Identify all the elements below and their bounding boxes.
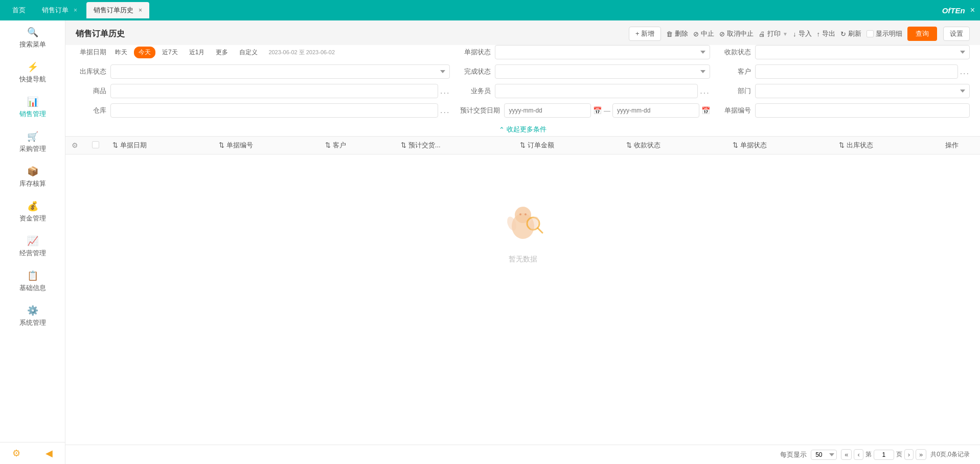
sidebar-collapse-icon[interactable]: ◀ <box>45 448 53 459</box>
import-icon: ↓ <box>793 30 796 38</box>
empty-icon <box>497 195 549 247</box>
calendar-start-icon[interactable]: 📅 <box>593 106 602 115</box>
prev-page-btn[interactable]: ‹ <box>854 449 863 460</box>
print-btn[interactable]: 🖨 打印 ▼ <box>759 29 788 38</box>
warehouse-input[interactable] <box>110 103 438 118</box>
product-input[interactable] <box>110 84 438 98</box>
sidebar-item-inventory[interactable]: 📦 库存核算 <box>0 160 65 194</box>
date-btn-yesterday[interactable]: 昨天 <box>110 47 132 58</box>
tab-home-label: 首页 <box>12 6 26 15</box>
filter-delivery-date: 预计交货日期 📅 — 📅 <box>460 103 710 118</box>
sidebar-item-quick-nav[interactable]: ⚡ 快捷导航 <box>0 55 65 90</box>
customer-input[interactable] <box>755 64 958 79</box>
sidebar-item-finance[interactable]: 💰 资金管理 <box>0 194 65 229</box>
page-size-select[interactable]: 50 20 100 200 <box>811 450 837 460</box>
tab-sales-order-history-close[interactable]: × <box>139 7 142 14</box>
sidebar-item-operation[interactable]: 📈 经营管理 <box>0 229 65 264</box>
page-num-input[interactable] <box>874 450 894 460</box>
date-btn-7days[interactable]: 近7天 <box>157 47 183 58</box>
th-warehouse-status: ⇅ 出库状态 <box>833 137 939 154</box>
warehouse-more-btn[interactable]: ... <box>440 106 450 115</box>
order-status-select[interactable] <box>495 45 710 59</box>
product-more-btn[interactable]: ... <box>440 86 450 96</box>
refresh-btn[interactable]: ↻ 刷新 <box>840 29 861 38</box>
tab-home[interactable]: 首页 <box>5 2 33 18</box>
query-btn[interactable]: 查询 <box>907 27 937 41</box>
date-btn-today[interactable]: 今天 <box>134 47 155 58</box>
next-page-btn[interactable]: › <box>904 449 914 460</box>
order-status-control <box>495 45 710 59</box>
sidebar-item-sales-mgmt[interactable]: 📊 销售管理 <box>0 90 65 125</box>
delivery-date-end[interactable] <box>612 103 699 118</box>
refresh-icon: ↻ <box>840 30 846 38</box>
total-info: 共0页,0条记录 <box>930 450 970 459</box>
complete-status-control <box>495 64 710 79</box>
filter-row-3: 商品 ... 业务员 ... 部门 <box>76 84 970 98</box>
payment-status-select[interactable] <box>755 45 970 59</box>
import-btn[interactable]: ↓ 导入 <box>793 29 812 38</box>
new-label: + 新增 <box>635 29 654 38</box>
product-label: 商品 <box>76 86 106 96</box>
order-no-input[interactable] <box>755 103 970 118</box>
th-checkbox <box>86 137 106 154</box>
sidebar-item-search-menu[interactable]: 🔍 搜索菜单 <box>0 20 65 55</box>
sidebar-item-basic-info[interactable]: 📋 基础信息 <box>0 264 65 299</box>
tab-sales-order-close[interactable]: × <box>74 7 77 14</box>
customer-more-btn[interactable]: ... <box>960 67 970 76</box>
th-order-status: ⇅ 单据状态 <box>726 137 833 154</box>
sidebar-item-purchase-mgmt[interactable]: 🛒 采购管理 <box>0 125 65 160</box>
filter-row-4: 仓库 ... 预计交货日期 📅 — 📅 <box>76 103 970 118</box>
date-btn-more[interactable]: 更多 <box>211 47 233 58</box>
sidebar-item-basic-info-label: 基础信息 <box>19 283 46 293</box>
window-close-btn[interactable]: × <box>970 6 975 15</box>
table-settings-gear[interactable]: ⚙ <box>72 141 78 149</box>
th-amount-label: ⇅ 订单金额 <box>520 141 554 149</box>
first-page-btn[interactable]: « <box>841 449 852 460</box>
order-no-label: 单据编号 <box>720 106 751 115</box>
filter-warehouse: 仓库 ... <box>76 103 450 118</box>
collapse-label: 收起更多条件 <box>507 125 546 134</box>
cancel-stop-btn[interactable]: ⊘ 取消中止 <box>719 29 754 38</box>
date-label: 单据日期 <box>76 48 106 57</box>
display-detail-check[interactable]: 显示明细 <box>867 29 902 38</box>
date-range-text: 2023-06-02 至 2023-06-02 <box>268 49 335 56</box>
page-header: 销售订单历史 + 新增 🗑 删除 ⊘ 中止 ⊘ 取消中止 🖨 <box>65 20 980 45</box>
payment-status-label: 收款状态 <box>720 48 751 57</box>
th-payment: ⇅ 收款状态 <box>620 137 726 154</box>
collapse-btn[interactable]: ⌃ 收起更多条件 <box>76 123 970 136</box>
th-customer: ⇅ 客户 <box>319 137 395 154</box>
stop-btn[interactable]: ⊘ 中止 <box>693 29 714 38</box>
complete-status-select[interactable] <box>495 64 710 79</box>
salesperson-more-btn[interactable]: ... <box>700 86 710 96</box>
date-btn-custom[interactable]: 自定义 <box>235 47 262 58</box>
filter-warehouse-status: 出库状态 <box>76 64 450 79</box>
delete-btn[interactable]: 🗑 删除 <box>666 29 688 38</box>
tab-sales-order-history[interactable]: 销售订单历史 × <box>86 2 149 18</box>
salesperson-input[interactable] <box>495 84 698 98</box>
filter-row-1: 单据日期 昨天 今天 近7天 近1月 更多 自定义 2023-06-02 至 2… <box>76 45 970 59</box>
new-btn[interactable]: + 新增 <box>629 27 661 41</box>
last-page-btn[interactable]: » <box>916 449 926 460</box>
tab-sales-order[interactable]: 销售订单 × <box>35 2 84 18</box>
filter-panel: 单据日期 昨天 今天 近7天 近1月 更多 自定义 2023-06-02 至 2… <box>65 45 980 136</box>
th-warehouse-status-label: ⇅ 出库状态 <box>839 141 873 149</box>
th-order-status-label: ⇅ 单据状态 <box>733 141 767 149</box>
table-container: ⚙ ⇅ 单据日期 ⇅ 单据编号 ⇅ 客户 <box>65 136 980 445</box>
order-no-control <box>755 103 970 118</box>
calendar-end-icon[interactable]: 📅 <box>701 106 710 115</box>
operation-icon: 📈 <box>27 235 38 247</box>
sidebar-item-system-mgmt[interactable]: ⚙️ 系统管理 <box>0 299 65 334</box>
settings-btn[interactable]: 设置 <box>943 27 970 41</box>
sidebar-item-purchase-mgmt-label: 采购管理 <box>19 144 46 153</box>
select-all-checkbox[interactable] <box>92 141 99 148</box>
sidebar-settings-icon[interactable]: ⚙ <box>12 448 20 459</box>
warehouse-status-label: 出库状态 <box>76 67 106 76</box>
customer-label: 客户 <box>720 67 751 76</box>
export-btn[interactable]: ↑ 导出 <box>817 29 836 38</box>
warehouse-status-select[interactable] <box>110 64 450 79</box>
date-btn-1month[interactable]: 近1月 <box>185 47 210 58</box>
department-select[interactable] <box>755 84 970 98</box>
brand-label: OfTEn <box>942 6 965 15</box>
display-checkbox[interactable] <box>867 30 874 37</box>
delivery-date-start[interactable] <box>504 103 591 118</box>
